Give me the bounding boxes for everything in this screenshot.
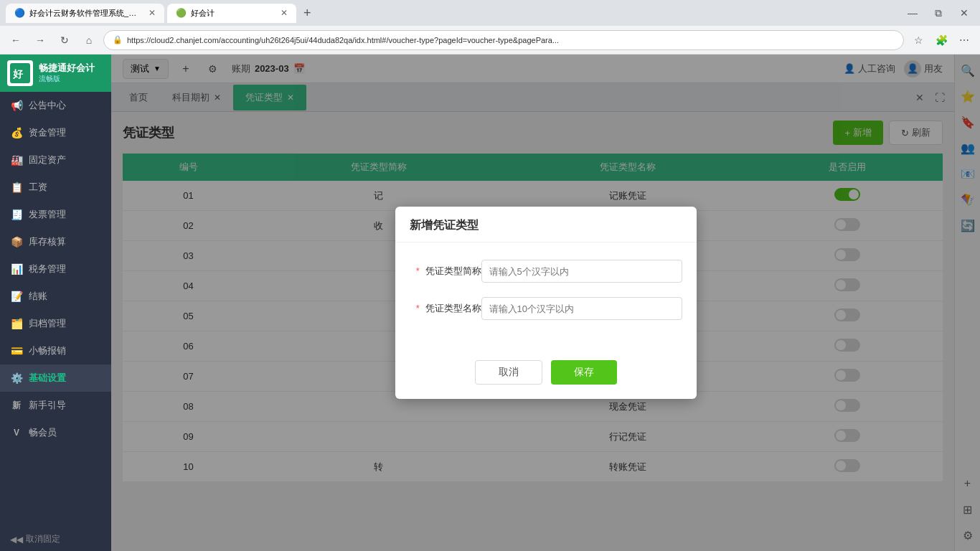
abbr-label: * 凭证类型简称 <box>410 265 481 278</box>
sidebar-item-fixed-assets[interactable]: 🏭 固定资产 <box>0 146 111 174</box>
tax-icon: 📊 <box>10 263 23 276</box>
browser-tab-2[interactable]: 🟢 好会计 ✕ <box>167 4 296 23</box>
modal-header: 新增凭证类型 <box>395 207 697 242</box>
sidebar-items-list: 📢 公告中心 💰 资金管理 🏭 固定资产 📋 工资 🧾 发票管理 <box>0 92 111 527</box>
sidebar-logo-text-group: 畅捷通好会计 流畅版 <box>39 62 95 84</box>
member-icon: V <box>10 426 23 439</box>
sidebar-logo-sub: 流畅版 <box>39 74 95 84</box>
sidebar-item-inventory[interactable]: 📦 库存核算 <box>0 228 111 255</box>
extensions-button[interactable]: 🧩 <box>931 30 951 50</box>
guide-icon: 新 <box>10 399 23 412</box>
form-row-abbr: * 凭证类型简称 <box>410 260 682 283</box>
home-button[interactable]: ⌂ <box>79 30 99 50</box>
nav-actions: ☆ 🧩 ⋯ <box>908 30 974 50</box>
name-input[interactable] <box>481 297 682 320</box>
add-voucher-modal: 新增凭证类型 * 凭证类型简称 * 凭证类型名称 取消 保存 <box>395 207 697 399</box>
sidebar-item-invoice-label: 发票管理 <box>29 208 66 221</box>
sidebar-item-salary[interactable]: 📋 工资 <box>0 174 111 201</box>
abbr-input[interactable] <box>481 260 682 283</box>
expense-icon: 💳 <box>10 344 23 357</box>
more-button[interactable]: ⋯ <box>954 30 974 50</box>
invoice-icon: 🧾 <box>10 208 23 221</box>
sidebar: 好 畅捷通好会计 流畅版 📢 公告中心 💰 资金管理 🏭 固定资产 <box>0 55 111 551</box>
sidebar-item-closing[interactable]: 📝 结账 <box>0 283 111 310</box>
settings-icon: ⚙️ <box>10 372 23 385</box>
sidebar-item-expense-label: 小畅报销 <box>29 344 66 357</box>
fixed-assets-icon: 🏭 <box>10 154 23 166</box>
sidebar-logo-name: 畅捷通好会计 <box>39 62 95 74</box>
sidebar-item-invoice[interactable]: 🧾 发票管理 <box>0 201 111 228</box>
salary-icon: 📋 <box>10 181 23 194</box>
browser-nav: ← → ↻ ⌂ 🔒 https://cloud2.chanjet.com/acc… <box>0 26 980 55</box>
browser-tab-1-label: 好会计云财务软件管理系统_会计 <box>29 8 144 19</box>
svg-text:好: 好 <box>12 68 24 80</box>
archive-icon: 🗂️ <box>10 317 23 330</box>
forward-button[interactable]: → <box>30 30 50 50</box>
sidebar-item-guide[interactable]: 新 新手引导 <box>0 392 111 419</box>
sidebar-item-member-label: 畅会员 <box>29 426 57 439</box>
sidebar-item-inventory-label: 库存核算 <box>29 235 66 248</box>
name-label: * 凭证类型名称 <box>410 302 481 315</box>
sidebar-item-salary-label: 工资 <box>29 181 47 194</box>
abbr-label-text: 凭证类型简称 <box>425 265 481 276</box>
sidebar-logo-icon: 好 <box>7 60 33 86</box>
abbr-required-star: * <box>416 265 420 276</box>
sidebar-item-tax[interactable]: 📊 税务管理 <box>0 255 111 283</box>
address-bar[interactable]: 🔒 https://cloud2.chanjet.com/accounting/… <box>103 30 904 50</box>
sidebar-item-archive[interactable]: 🗂️ 归档管理 <box>0 310 111 337</box>
browser-tab-2-close[interactable]: ✕ <box>281 8 288 18</box>
sidebar-item-capital[interactable]: 💰 资金管理 <box>0 119 111 146</box>
modal-title: 新增凭证类型 <box>410 219 479 231</box>
sidebar-item-expense[interactable]: 💳 小畅报销 <box>0 337 111 364</box>
form-row-name: * 凭证类型名称 <box>410 297 682 320</box>
sidebar-item-tax-label: 税务管理 <box>29 263 66 276</box>
minimize-button[interactable]: — <box>903 3 923 23</box>
announcements-icon: 📢 <box>10 99 23 112</box>
name-label-text: 凭证类型名称 <box>425 303 481 314</box>
browser-tab-1-close[interactable]: ✕ <box>149 8 156 18</box>
restore-button[interactable]: ⧉ <box>928 3 948 23</box>
sidebar-item-fixed-assets-label: 固定资产 <box>29 154 66 166</box>
back-button[interactable]: ← <box>6 30 26 50</box>
star-button[interactable]: ☆ <box>908 30 928 50</box>
browser-tab-2-label: 好会计 <box>191 8 215 19</box>
sidebar-logo: 好 畅捷通好会计 流畅版 <box>0 55 111 92</box>
sidebar-item-announcements-label: 公告中心 <box>29 99 66 112</box>
sidebar-item-announcements[interactable]: 📢 公告中心 <box>0 92 111 119</box>
inventory-icon: 📦 <box>10 235 23 248</box>
capital-icon: 💰 <box>10 126 23 139</box>
save-button[interactable]: 保存 <box>551 360 617 385</box>
address-text: https://cloud2.chanjet.com/accounting/uh… <box>127 36 559 44</box>
cancel-button[interactable]: 取消 <box>475 360 542 385</box>
sidebar-item-member[interactable]: V 畅会员 <box>0 419 111 446</box>
sidebar-item-capital-label: 资金管理 <box>29 126 66 139</box>
name-required-star: * <box>416 303 420 314</box>
closing-icon: 📝 <box>10 290 23 303</box>
sidebar-item-settings-label: 基础设置 <box>29 372 66 385</box>
modal-overlay: 新增凭证类型 * 凭证类型简称 * 凭证类型名称 取消 保存 <box>111 55 980 551</box>
modal-footer: 取消 保存 <box>395 352 697 399</box>
close-button[interactable]: ✕ <box>954 3 974 23</box>
browser-chrome: 🔵 好会计云财务软件管理系统_会计 ✕ 🟢 好会计 ✕ + — ⧉ ✕ <box>0 0 980 26</box>
sidebar-item-settings[interactable]: ⚙️ 基础设置 <box>0 364 111 392</box>
refresh-nav-button[interactable]: ↻ <box>55 30 75 50</box>
sidebar-item-archive-label: 归档管理 <box>29 317 66 330</box>
modal-body: * 凭证类型简称 * 凭证类型名称 <box>395 242 697 352</box>
sidebar-item-guide-label: 新手引导 <box>29 399 66 412</box>
browser-tab-1[interactable]: 🔵 好会计云财务软件管理系统_会计 ✕ <box>6 4 164 23</box>
new-tab-button[interactable]: + <box>299 6 316 21</box>
sidebar-item-closing-label: 结账 <box>29 290 47 303</box>
sidebar-footer[interactable]: ◀◀ 取消固定 <box>0 527 111 551</box>
sidebar-footer-label: 取消固定 <box>26 533 60 545</box>
sidebar-footer-icon: ◀◀ <box>10 534 23 545</box>
